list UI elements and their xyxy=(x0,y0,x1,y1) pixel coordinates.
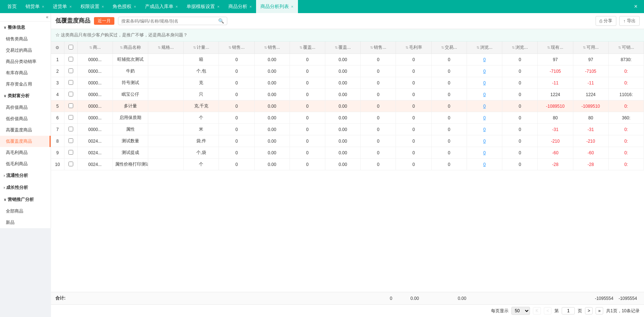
spec-column-header[interactable]: 规格... xyxy=(148,41,183,54)
table-cell: 0: xyxy=(608,66,644,77)
table-cell[interactable]: 0 xyxy=(467,77,502,89)
table-cell: 80 xyxy=(538,112,573,124)
trade-column-header[interactable]: 交易... xyxy=(431,41,467,54)
sidebar-item-all-goods[interactable]: 全部商品 xyxy=(0,206,51,217)
code-column-header[interactable]: 商... xyxy=(77,41,113,54)
table-cell[interactable] xyxy=(64,159,77,170)
prev-page-button[interactable]: < xyxy=(544,307,551,314)
nav-product-analysis-list[interactable]: 商品分析列表 × xyxy=(256,0,298,13)
nav-permission-settings[interactable]: 权限设置 × xyxy=(76,0,108,13)
last-page-button[interactable]: » xyxy=(596,307,603,314)
nav-role-auth[interactable]: 角色授权 × xyxy=(108,0,140,13)
nav-product-analysis[interactable]: 商品分析 × xyxy=(224,0,256,13)
table-cell[interactable] xyxy=(64,66,77,77)
first-page-button[interactable]: K xyxy=(533,307,541,314)
sellable-column-header[interactable]: 可销... xyxy=(608,41,644,54)
table-cell: 8 xyxy=(51,135,64,147)
table-cell[interactable] xyxy=(64,54,77,66)
close-icon[interactable]: × xyxy=(134,4,136,9)
per-page-select[interactable]: 501020100 xyxy=(511,307,530,315)
sidebar-item-stocked-goods[interactable]: 有库存商品 xyxy=(0,67,51,79)
nav-sales-order[interactable]: 销货单 × xyxy=(21,0,48,13)
sidebar-item-category-rate[interactable]: 商品分类动销率 xyxy=(0,56,51,67)
next-page-button[interactable]: > xyxy=(585,307,593,314)
sidebar-section-wealth[interactable]: ∨ 类财富分析 xyxy=(0,90,51,102)
current-column-header[interactable]: 现有... xyxy=(538,41,573,54)
unit-column-header[interactable]: 计量... xyxy=(184,41,219,54)
table-cell[interactable] xyxy=(64,124,77,135)
search-icon[interactable]: 🔍 xyxy=(218,18,224,24)
cover1-column-header[interactable]: 覆盖... xyxy=(290,41,325,54)
table-cell[interactable] xyxy=(64,135,77,147)
close-icon[interactable]: × xyxy=(250,4,252,9)
table-cell[interactable]: 0 xyxy=(467,100,502,112)
close-icon[interactable]: × xyxy=(291,4,293,9)
table-cell[interactable]: 0 xyxy=(467,54,502,66)
table-cell[interactable] xyxy=(64,112,77,124)
browse1-column-header[interactable]: 浏览... xyxy=(467,41,502,54)
close-icon[interactable]: × xyxy=(217,4,219,9)
sales2-column-header[interactable]: 销售... xyxy=(254,41,290,54)
select-all-checkbox[interactable] xyxy=(68,45,73,49)
sidebar-item-high-profit[interactable]: 高毛利商品 xyxy=(0,147,51,158)
table-cell[interactable]: 0 xyxy=(467,66,502,77)
table-cell xyxy=(148,135,183,147)
search-input[interactable] xyxy=(121,19,218,24)
sidebar-section-growth[interactable]: › 成长性分析 xyxy=(0,182,51,194)
sidebar-section-liquidity[interactable]: › 流通性分析 xyxy=(0,170,51,182)
nav-home[interactable]: 首页 xyxy=(3,0,21,13)
sidebar-item-low-profit[interactable]: 低毛利商品 xyxy=(0,158,51,170)
window-close-button[interactable]: × xyxy=(631,3,641,10)
nav-template-settings[interactable]: 单据模板设置 × xyxy=(182,0,224,13)
gross-column-header[interactable]: 毛利率 xyxy=(396,41,431,54)
page-input[interactable] xyxy=(562,307,575,314)
sidebar-item-low-value[interactable]: 低价值商品 xyxy=(0,113,51,124)
close-icon[interactable]: × xyxy=(42,4,44,9)
sidebar-item-new-goods[interactable]: 新品 xyxy=(0,217,51,228)
sidebar-item-sales-goods[interactable]: 销售类商品 xyxy=(0,33,51,45)
table-cell[interactable] xyxy=(64,89,77,100)
sidebar-item-high-value[interactable]: 高价值商品 xyxy=(0,102,51,113)
sidebar-collapse-button[interactable]: « xyxy=(46,15,48,20)
close-icon[interactable]: × xyxy=(102,4,104,9)
table-cell[interactable]: 0 xyxy=(467,124,502,135)
table-cell: 1224 xyxy=(538,89,573,100)
table-cell[interactable]: 0 xyxy=(467,112,502,124)
table-cell[interactable]: 0 xyxy=(467,89,502,100)
table-cell[interactable]: 0 xyxy=(467,159,502,170)
sidebar-section-general[interactable]: ∨ 整体信息 xyxy=(0,21,51,33)
content-header: 低覆盖度商品 近一月 🔍 ⎙ 分享 ↑ 导出 xyxy=(51,13,644,29)
sales1-column-header[interactable]: 销售... xyxy=(219,41,254,54)
table-cell: 个,包 xyxy=(184,66,219,77)
close-icon[interactable]: × xyxy=(69,4,71,9)
name-column-header[interactable]: 商品名称 xyxy=(113,41,148,54)
sidebar-item-stock-capital[interactable]: 库存资金占用 xyxy=(0,79,51,90)
share-button[interactable]: ⎙ 分享 xyxy=(596,16,616,26)
sales3-column-header[interactable]: 销售... xyxy=(361,41,396,54)
sidebar-item-traded-goods[interactable]: 交易过的商品 xyxy=(0,45,51,56)
footer-b1 xyxy=(545,296,569,301)
table-cell: 0.00 xyxy=(325,100,361,112)
table-cell[interactable]: 0 xyxy=(467,135,502,147)
settings-column-header[interactable]: ⚙ xyxy=(51,41,64,54)
close-icon[interactable]: × xyxy=(176,4,178,9)
export-button[interactable]: ↑ 导出 xyxy=(619,16,640,26)
table-cell: 0: xyxy=(608,147,644,159)
per-page-label: 每页显示 xyxy=(491,308,508,314)
table-cell: 0 xyxy=(502,77,538,89)
table-cell[interactable] xyxy=(64,147,77,159)
table-cell[interactable] xyxy=(64,77,77,89)
cover2-column-header[interactable]: 覆盖... xyxy=(325,41,361,54)
sidebar-item-low-coverage[interactable]: 低覆盖度商品 xyxy=(0,136,51,147)
time-filter-button[interactable]: 近一月 xyxy=(94,17,114,25)
nav-finished-goods[interactable]: 产成品入库单 × xyxy=(141,0,182,13)
table-cell: 0 xyxy=(361,89,396,100)
table-cell[interactable]: 0 xyxy=(467,147,502,159)
sidebar-section-wealth-items: 高价值商品 低价值商品 高覆盖度商品 低覆盖度商品 高毛利商品 低毛利商品 xyxy=(0,102,51,170)
available-column-header[interactable]: 可用... xyxy=(573,41,608,54)
sidebar-section-marketing[interactable]: ∨ 营销推广分析 xyxy=(0,194,51,206)
nav-purchase-order[interactable]: 进货单 × xyxy=(48,0,76,13)
browse2-column-header[interactable]: 浏览... xyxy=(502,41,538,54)
table-cell[interactable] xyxy=(64,100,77,112)
sidebar-item-high-coverage[interactable]: 高覆盖度商品 xyxy=(0,124,51,136)
